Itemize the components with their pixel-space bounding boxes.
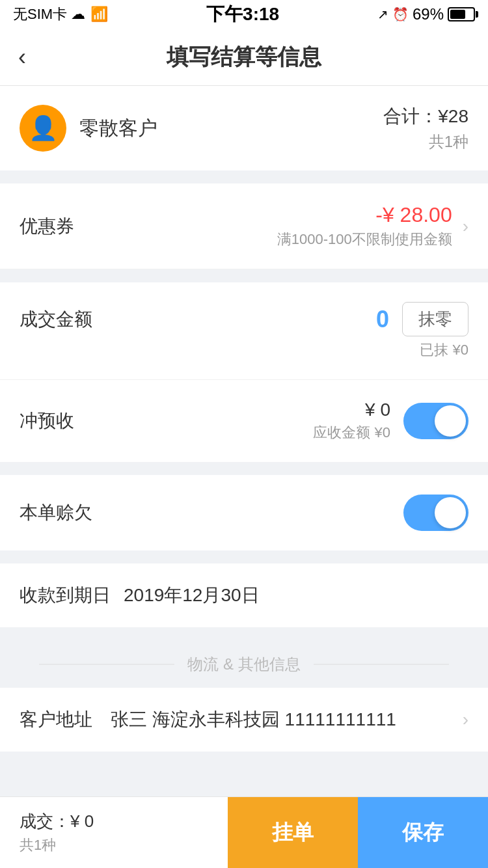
prepay-sub: 应收金额 ¥0 <box>313 423 390 442</box>
deal-label: 成交金额 <box>20 307 98 332</box>
page-title: 填写结算等信息 <box>167 42 321 72</box>
address-chevron-icon: › <box>463 709 468 730</box>
deal-sub: 已抹 ¥0 <box>20 340 468 360</box>
prepay-toggle[interactable] <box>403 403 468 439</box>
credit-section: 本单赊欠 <box>0 475 488 550</box>
deal-amount-input[interactable] <box>311 306 389 333</box>
status-right: ↗ ⏰ 69% <box>377 5 475 23</box>
deal-row-top: 成交金额 抹零 <box>20 302 468 336</box>
battery-icon <box>448 7 475 21</box>
status-left: 无SIM卡 ☁ 📶 <box>13 5 108 24</box>
coupon-info: -¥ 28.00 满1000-100不限制使用金额 <box>277 203 452 249</box>
time-display: 下午3:18 <box>206 2 279 27</box>
deal-row: 成交金额 抹零 已抹 ¥0 <box>0 282 488 380</box>
total-amount: 合计：¥28 <box>383 104 468 129</box>
bottom-count: 共1种 <box>20 835 228 855</box>
wifi-icon: 📶 <box>90 6 108 23</box>
coupon-right: -¥ 28.00 满1000-100不限制使用金额 › <box>277 203 468 249</box>
due-label: 收款到期日 <box>20 583 124 608</box>
transaction-section: 成交金额 抹零 已抹 ¥0 冲预收 ¥ 0 应收金额 ¥0 <box>0 282 488 462</box>
coupon-label: 优惠券 <box>20 214 98 239</box>
address-left: 客户地址 张三 海淀永丰科技园 11111111111 <box>20 707 396 732</box>
bottom-deal-amount: 成交：¥ 0 <box>20 810 228 833</box>
total-count: 共1种 <box>383 131 468 152</box>
customer-section: 👤 零散客户 合计：¥28 共1种 <box>0 86 488 170</box>
alarm-icon: ⏰ <box>392 7 409 22</box>
battery-percent: 69% <box>413 5 444 23</box>
customer-info: 👤 零散客户 <box>20 105 157 152</box>
nav-bar: ‹ 填写结算等信息 <box>0 29 488 86</box>
credit-toggle-thumb <box>435 497 466 528</box>
due-date: 2019年12月30日 <box>124 583 260 608</box>
toggle-thumb <box>435 405 466 437</box>
credit-toggle[interactable] <box>403 495 468 531</box>
bottom-bar: 成交：¥ 0 共1种 挂单 保存 <box>0 796 488 868</box>
prepay-right: ¥ 0 应收金额 ¥0 <box>313 400 468 442</box>
prepay-row: 冲预收 ¥ 0 应收金额 ¥0 <box>0 380 488 462</box>
prepay-amounts: ¥ 0 应收金额 ¥0 <box>313 400 390 442</box>
prepay-main: ¥ 0 <box>313 400 390 420</box>
prepay-label: 冲预收 <box>20 409 98 433</box>
coupon-section: 优惠券 -¥ 28.00 满1000-100不限制使用金额 › <box>0 183 488 269</box>
coupon-amount: -¥ 28.00 <box>277 203 452 227</box>
chevron-right-icon: › <box>463 216 468 237</box>
credit-label: 本单赊欠 <box>20 500 92 525</box>
customer-avatar: 👤 <box>20 105 66 152</box>
coupon-desc: 满1000-100不限制使用金额 <box>277 230 452 249</box>
status-bar: 无SIM卡 ☁ 📶 下午3:18 ↗ ⏰ 69% <box>0 0 488 29</box>
coupon-row[interactable]: 优惠券 -¥ 28.00 满1000-100不限制使用金额 › <box>0 183 488 269</box>
sim-label: 无SIM卡 ☁ <box>13 5 85 24</box>
main-content: 👤 零散客户 合计：¥28 共1种 优惠券 -¥ 28.00 满1000-100… <box>0 86 488 849</box>
avatar-icon: 👤 <box>29 115 58 142</box>
back-button[interactable]: ‹ <box>18 44 26 71</box>
address-value: 张三 海淀永丰科技园 11111111111 <box>111 707 396 732</box>
save-button[interactable]: 保存 <box>358 797 488 869</box>
bottom-deal-value: ¥ 0 <box>70 811 94 831</box>
bottom-info: 成交：¥ 0 共1种 <box>0 810 228 855</box>
due-date-section: 收款到期日 2019年12月30日 <box>0 563 488 627</box>
address-label: 客户地址 <box>20 707 98 732</box>
hold-order-button[interactable]: 挂单 <box>228 797 358 869</box>
logistics-header: 物流 & 其他信息 <box>0 640 488 688</box>
bottom-deal-label: 成交： <box>20 811 70 831</box>
location-icon: ↗ <box>377 7 388 22</box>
customer-name: 零散客户 <box>79 115 157 142</box>
address-section[interactable]: 客户地址 张三 海淀永丰科技园 11111111111 › <box>0 688 488 752</box>
customer-total: 合计：¥28 共1种 <box>383 104 468 152</box>
round-zero-button[interactable]: 抹零 <box>402 302 468 336</box>
logistics-label: 物流 & 其他信息 <box>174 655 313 673</box>
